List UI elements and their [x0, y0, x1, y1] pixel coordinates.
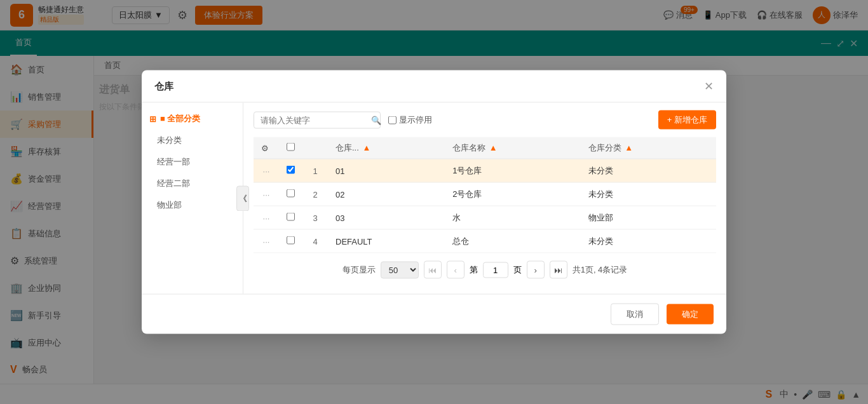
first-page-button[interactable]: ⏮: [424, 261, 442, 279]
row-num-cell: 4: [302, 229, 328, 253]
row-checkbox[interactable]: [287, 189, 295, 198]
pagination: 每页显示 50 20 100 ⏮ ‹ 第 页 › ⏭ 共1页, 4条记录: [254, 253, 716, 286]
modal-close-button[interactable]: ✕: [704, 79, 714, 93]
sort-icon-category: ▲: [625, 143, 633, 152]
select-all-checkbox[interactable]: [287, 143, 295, 151]
table-toolbar: 🔍 显示停用 + 新增仓库: [254, 111, 716, 130]
row-num-cell: 1: [302, 159, 328, 182]
row-checkbox[interactable]: [287, 213, 295, 221]
col-name: 仓库名称 ▲: [445, 137, 580, 159]
row-check-cell[interactable]: [279, 182, 302, 206]
warehouse-table: ⚙ 仓库... ▲ 仓库名称 ▲ 仓库分类 ▲ ··· 1 01 1号仓库 未分…: [254, 137, 716, 253]
page-size-select[interactable]: 50 20 100: [381, 261, 419, 278]
table-body: ··· 1 01 1号仓库 未分类 ··· 2 02 2号仓库 未分类 ··· …: [254, 159, 716, 253]
sort-icon-code: ▲: [362, 143, 370, 152]
row-category-cell: 未分类: [581, 229, 716, 253]
row-num-cell: 3: [302, 206, 328, 229]
col-settings: ⚙: [254, 137, 279, 159]
page-number-input[interactable]: [483, 262, 508, 278]
modal-header: 仓库 ✕: [142, 71, 726, 103]
search-icon[interactable]: 🔍: [371, 115, 381, 125]
row-category-cell: 未分类: [581, 159, 716, 182]
row-settings-cell: ···: [254, 229, 279, 253]
table-row[interactable]: ··· 1 01 1号仓库 未分类: [254, 159, 716, 182]
grid-icon: ⊞: [149, 114, 156, 123]
row-code-cell: 02: [328, 182, 445, 206]
all-category-item[interactable]: ⊞ ■ 全部分类: [142, 108, 243, 130]
search-input-wrap: 🔍: [254, 111, 381, 128]
row-name-cell: 水: [445, 206, 580, 229]
search-input[interactable]: [261, 115, 367, 125]
modal-footer: 取消 确定: [142, 294, 726, 334]
col-code: 仓库... ▲: [328, 137, 445, 159]
category-item-ops2[interactable]: 经营二部: [142, 173, 243, 194]
sort-icon-name: ▲: [489, 143, 498, 152]
row-code-cell: DEFAULT: [328, 229, 445, 253]
row-settings-cell: ···: [254, 182, 279, 206]
row-code-cell: 03: [328, 206, 445, 229]
row-category-cell: 物业部: [581, 206, 716, 229]
category-panel: ⊞ ■ 全部分类 未分类 经营一部 经营二部 物业部 《: [142, 103, 243, 294]
table-container: ⚙ 仓库... ▲ 仓库名称 ▲ 仓库分类 ▲ ··· 1 01 1号仓库 未分…: [254, 137, 716, 253]
show-disabled-checkbox[interactable]: [388, 116, 397, 124]
collapse-panel-button[interactable]: 《: [236, 185, 249, 211]
row-name-cell: 1号仓库: [445, 159, 580, 182]
row-category-cell: 未分类: [581, 182, 716, 206]
row-code-cell: 01: [328, 159, 445, 182]
row-name-cell: 总仓: [445, 229, 580, 253]
col-check: [279, 137, 302, 159]
row-checkbox[interactable]: [287, 236, 295, 245]
table-header-row: ⚙ 仓库... ▲ 仓库名称 ▲ 仓库分类 ▲: [254, 137, 716, 159]
cancel-button[interactable]: 取消: [611, 304, 659, 325]
row-checkbox[interactable]: [287, 166, 295, 174]
row-check-cell[interactable]: [279, 206, 302, 229]
category-item-property[interactable]: 物业部: [142, 194, 243, 216]
category-item-ops1[interactable]: 经营一部: [142, 151, 243, 173]
category-item-uncategorized[interactable]: 未分类: [142, 130, 243, 151]
table-row[interactable]: ··· 4 DEFAULT 总仓 未分类: [254, 229, 716, 253]
row-check-cell[interactable]: [279, 229, 302, 253]
col-num: [302, 137, 328, 159]
row-num-cell: 2: [302, 182, 328, 206]
row-settings-cell: ···: [254, 206, 279, 229]
row-name-cell: 2号仓库: [445, 182, 580, 206]
confirm-button[interactable]: 确定: [667, 304, 714, 325]
next-page-button[interactable]: ›: [527, 261, 545, 279]
row-settings-cell: ···: [254, 159, 279, 182]
last-page-button[interactable]: ⏭: [550, 261, 567, 279]
table-panel: 🔍 显示停用 + 新增仓库 ⚙ 仓库... ▲ 仓库名称 ▲: [243, 103, 726, 294]
add-warehouse-button[interactable]: + 新增仓库: [658, 111, 716, 130]
col-category: 仓库分类 ▲: [581, 137, 716, 159]
modal-title: 仓库: [154, 80, 173, 92]
warehouse-modal: 仓库 ✕ ⊞ ■ 全部分类 未分类 经营一部 经营二部 物业部 《 🔍: [142, 71, 726, 334]
table-row[interactable]: ··· 2 02 2号仓库 未分类: [254, 182, 716, 206]
table-row[interactable]: ··· 3 03 水 物业部: [254, 206, 716, 229]
modal-body: ⊞ ■ 全部分类 未分类 经营一部 经营二部 物业部 《 🔍 显示停用: [142, 103, 726, 294]
show-disabled-checkbox-label[interactable]: 显示停用: [388, 114, 432, 126]
prev-page-button[interactable]: ‹: [447, 261, 465, 279]
row-check-cell[interactable]: [279, 159, 302, 182]
